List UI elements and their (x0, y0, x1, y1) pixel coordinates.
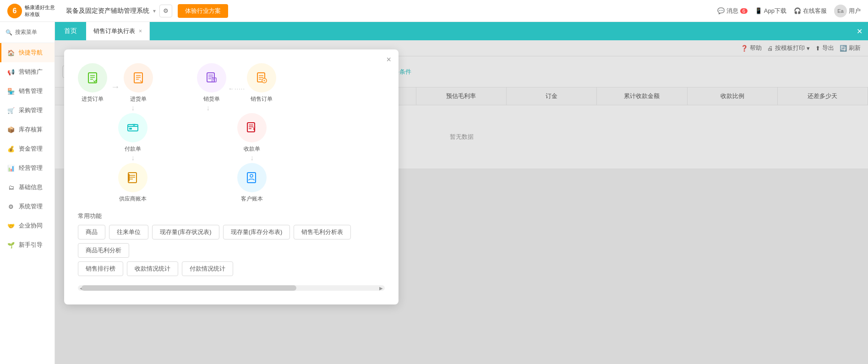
svg-rect-9 (207, 73, 214, 82)
common-btn-product-profit[interactable]: 商品毛利分析 (78, 243, 129, 258)
svg-point-38 (250, 174, 253, 177)
basic-icon: 🗂 (7, 183, 15, 191)
gear-button[interactable]: ⚙ (159, 5, 172, 17)
flow-node-sales-order[interactable]: 销售订单 (247, 63, 276, 103)
logo-area: 6 畅康通好生意 标准版 (7, 4, 62, 18)
message-button[interactable]: 💬 消息 6 (717, 7, 748, 15)
inventory-icon: 📦 (7, 125, 15, 134)
business-icon: 📊 (7, 164, 15, 172)
search-menu-button[interactable]: 🔍 搜索菜单 (4, 27, 51, 38)
tab-bar-close-button[interactable]: ✕ (851, 27, 868, 36)
arrow-down-purchase: ↓ (118, 104, 147, 112)
sidebar-nav: 🏠 快捷导航 📢 营销推广 🏪 销售管理 🛒 采购管理 📦 库存核 (0, 43, 55, 364)
svg-line-8 (140, 81, 142, 82)
flow-diagram: 进货订单 → 进货单 (78, 63, 385, 203)
purchase-slip-label: 进货单 (130, 95, 147, 103)
common-btn-payment-stats[interactable]: 付款情况统计 (182, 261, 233, 276)
supplier-ledger-label: 供应商账本 (119, 195, 147, 203)
purchase-order-label: 进货订单 (82, 95, 104, 103)
common-btn-counterparty[interactable]: 往来单位 (109, 225, 148, 239)
app-wrapper: 6 畅康通好生意 标准版 装备及固定资产辅助管理系统 ▾ ⚙ 体验行业方案 💬 … (0, 0, 868, 364)
finance-icon: 💰 (7, 145, 15, 153)
logo-icon: 6 (7, 4, 22, 18)
arrow-down-receipt: ↓ (237, 154, 267, 162)
common-functions-section: 常用功能 商品 往来单位 现存量(库存状况表) 现存量(库存分布表) 销售毛利分… (78, 212, 385, 276)
flow-node-customer-ledger[interactable]: 客户账本 (237, 163, 267, 203)
common-btn-product[interactable]: 商品 (78, 225, 105, 239)
svg-text:¥: ¥ (252, 126, 256, 131)
flow-node-receipt[interactable]: ¥ 收款单 (237, 113, 267, 153)
payment-icon: ¥ (118, 113, 147, 142)
tab-home[interactable]: 首页 (55, 22, 86, 40)
sidebar-item-system[interactable]: ⚙ 系统管理 (0, 197, 55, 216)
flow-node-payment[interactable]: ¥ 付款单 (118, 113, 147, 153)
search-icon: 🔍 (5, 29, 12, 36)
popup-scrollbar[interactable]: ◀ ▶ (78, 285, 385, 291)
popup-close-button[interactable]: × (386, 55, 391, 65)
common-btn-sales-rank[interactable]: 销售排行榜 (78, 261, 123, 276)
sales-order-label: 销售订单 (251, 95, 273, 103)
sidebar-item-newbie[interactable]: 🌱 新手引导 (0, 235, 55, 255)
sidebar-item-finance[interactable]: 💰 资金管理 (0, 139, 55, 158)
supplier-ledger-icon (118, 163, 147, 192)
sidebar-item-marketing[interactable]: 📢 营销推广 (0, 62, 55, 81)
sidebar-item-inventory[interactable]: 📦 库存核算 (0, 120, 55, 139)
dashed-spacer1 (157, 92, 193, 103)
svg-text:¥: ¥ (132, 123, 136, 127)
flow-node-sales-slip[interactable]: 销货单 (197, 63, 226, 103)
marketing-icon: 📢 (7, 68, 15, 76)
sales-slip-icon (197, 63, 226, 92)
system-icon: ⚙ (7, 202, 15, 211)
sidebar-item-basic[interactable]: 🗂 基础信息 (0, 178, 55, 197)
common-btn-sales-profit[interactable]: 销售毛利分析表 (294, 225, 351, 239)
sidebar-item-business[interactable]: 📊 经营管理 (0, 158, 55, 178)
message-badge: 6 (740, 8, 748, 14)
common-functions-title: 常用功能 (78, 212, 385, 220)
flow-node-purchase-order[interactable]: 进货订单 (78, 63, 107, 103)
common-btn-stock-dist[interactable]: 现存量(库存分布表) (223, 225, 290, 239)
purchase-slip-icon (124, 63, 153, 92)
svg-rect-25 (129, 128, 132, 130)
sidebar-search[interactable]: 🔍 搜索菜单 (0, 22, 55, 43)
user-menu[interactable]: Ea 用户 (834, 5, 861, 17)
tab-close-icon[interactable]: × (139, 28, 142, 34)
common-btn-stock-status[interactable]: 现存量(库存状况表) (152, 225, 219, 239)
scroll-thumb[interactable] (82, 285, 296, 291)
purchase-icon: 🛒 (7, 106, 15, 114)
system-dropdown-icon[interactable]: ▾ (153, 8, 156, 14)
message-icon: 💬 (717, 7, 725, 14)
page-content: ❓ 帮助 🖨 按模板打印 ▾ ⬆ 导出 🔄 刷新 (55, 40, 868, 364)
newbie-icon: 🌱 (7, 241, 15, 249)
sidebar-item-sales[interactable]: 🏪 销售管理 (0, 81, 55, 101)
sales-order-icon (247, 63, 276, 92)
app-download-button[interactable]: 📱 App下载 (755, 7, 786, 15)
scroll-right-icon[interactable]: ▶ (377, 286, 385, 291)
sidebar-item-enterprise[interactable]: 🤝 企业协同 (0, 216, 55, 235)
online-service-button[interactable]: 🎧 在线客服 (794, 7, 827, 15)
tab-bar: 首页 销售订单执行表 × ✕ (55, 22, 868, 40)
customer-ledger-icon (237, 163, 267, 192)
receipt-label: 收款单 (244, 145, 260, 153)
popup-overlay: × 进货订单 (55, 40, 868, 364)
common-buttons-row2: 销售排行榜 收款情况统计 付款情况统计 (78, 261, 385, 276)
sidebar-item-purchase[interactable]: 🛒 采购管理 (0, 101, 55, 120)
arrow-down-payment: ↓ (118, 154, 147, 162)
flow-node-purchase-slip[interactable]: 进货单 (124, 63, 153, 103)
payment-label: 付款单 (125, 145, 141, 153)
content-area: 首页 销售订单执行表 × ✕ ❓ 帮助 🖨 (55, 22, 868, 364)
enterprise-icon: 🤝 (7, 222, 15, 230)
common-btn-receipt-stats[interactable]: 收款情况统计 (127, 261, 178, 276)
sales-slip-label: 销货单 (203, 95, 220, 103)
purchase-order-icon (78, 63, 107, 92)
tab-sales-order[interactable]: 销售订单执行表 × (86, 22, 150, 40)
receipt-icon: ¥ (237, 113, 267, 142)
common-buttons-row: 商品 往来单位 现存量(库存状况表) 现存量(库存分布表) 销售毛利分析表 商品… (78, 225, 385, 258)
headset-icon: 🎧 (794, 7, 801, 14)
flow-node-supplier-ledger[interactable]: 供应商账本 (118, 163, 147, 203)
arrow-po-to-ps: → (107, 81, 124, 103)
sidebar-item-quick-nav[interactable]: 🏠 快捷导航 (0, 43, 55, 62)
main-area: 🔍 搜索菜单 🏠 快捷导航 📢 营销推广 🏪 销售管理 🛒 (0, 22, 868, 364)
trial-button[interactable]: 体验行业方案 (178, 4, 228, 18)
top-right-actions: 💬 消息 6 📱 App下载 🎧 在线客服 Ea 用户 (717, 5, 861, 17)
svg-rect-36 (128, 174, 130, 181)
